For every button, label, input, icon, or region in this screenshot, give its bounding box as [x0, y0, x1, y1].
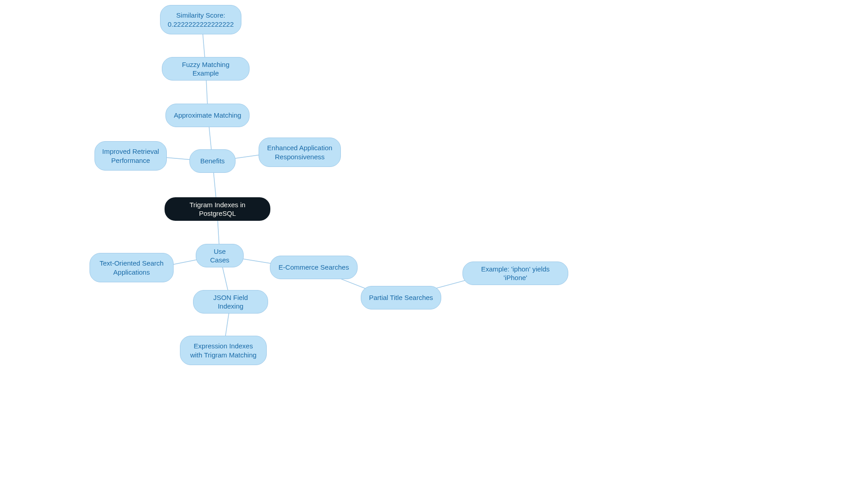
node-label: Similarity Score: 0.2222222222222222 [168, 11, 234, 29]
node-enhanced-responsiveness[interactable]: Enhanced Application Responsiveness [259, 138, 341, 167]
node-label: JSON Field Indexing [201, 293, 260, 311]
node-label: Trigram Indexes in PostgreSQL [172, 200, 263, 218]
node-approximate-matching[interactable]: Approximate Matching [165, 104, 250, 127]
node-text-search-apps[interactable]: Text-Oriented Search Applications [90, 253, 174, 282]
edge-layer [0, 0, 868, 490]
node-fuzzy-matching[interactable]: Fuzzy Matching Example [162, 57, 250, 81]
node-label: Improved Retrieval Performance [102, 147, 159, 165]
node-label: Expression Indexes with Trigram Matching [188, 342, 259, 359]
node-label: Approximate Matching [174, 111, 241, 120]
node-label: Fuzzy Matching Example [170, 60, 242, 78]
node-similarity-score[interactable]: Similarity Score: 0.2222222222222222 [160, 5, 241, 34]
node-label: Enhanced Application Responsiveness [266, 143, 333, 161]
node-improved-retrieval[interactable]: Improved Retrieval Performance [94, 141, 167, 171]
node-example-iphon[interactable]: Example: 'iphon' yields 'iPhone' [462, 262, 568, 285]
node-root-trigram-indexes[interactable]: Trigram Indexes in PostgreSQL [165, 197, 270, 221]
node-ecommerce-searches[interactable]: E-Commerce Searches [270, 256, 358, 279]
node-partial-title-searches[interactable]: Partial Title Searches [361, 286, 441, 309]
node-benefits[interactable]: Benefits [189, 149, 236, 173]
node-label: Use Cases [203, 247, 236, 265]
node-label: Text-Oriented Search Applications [97, 259, 166, 276]
node-expression-indexes[interactable]: Expression Indexes with Trigram Matching [180, 336, 267, 365]
node-label: Partial Title Searches [369, 293, 433, 302]
node-json-indexing[interactable]: JSON Field Indexing [193, 290, 268, 314]
node-label: Benefits [200, 157, 225, 166]
node-label: Example: 'iphon' yields 'iPhone' [470, 265, 561, 282]
node-label: E-Commerce Searches [278, 263, 349, 272]
node-use-cases[interactable]: Use Cases [196, 244, 244, 267]
